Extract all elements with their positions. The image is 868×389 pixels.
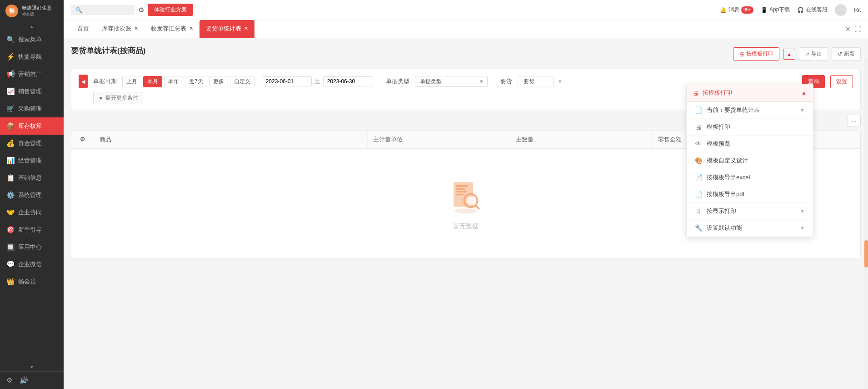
trial-button[interactable]: 体验行业方案 <box>148 4 193 16</box>
order-type-input[interactable]: 要货 <box>518 76 554 87</box>
logo-icon: 畅 <box>5 5 18 17</box>
th-settings[interactable]: ⚙ <box>71 131 94 148</box>
dropdown-template-design[interactable]: 🎨 模板自定义设计 <box>687 152 813 169</box>
headset-icon: 🎧 <box>797 7 804 13</box>
date-btn-last-month[interactable]: 上月 <box>122 76 141 87</box>
expand-conditions-button[interactable]: ▼ 展开更多条件 <box>93 92 143 104</box>
sidebar-item-guide[interactable]: 🎯 新手引导 <box>0 221 64 238</box>
sidebar-item-quick-nav[interactable]: ⚡ 快捷导航 <box>0 48 64 66</box>
window-maximize-icon[interactable]: ⛶ <box>854 25 861 33</box>
tab-order-stats[interactable]: 要货单统计表 ✕ <box>200 20 254 38</box>
sidebar-item-basic[interactable]: 📋 基础信息 <box>0 169 64 187</box>
tab-close-order-stats[interactable]: ✕ <box>244 25 248 31</box>
main-area: 🔍 ⚙ 体验行业方案 🔔 消息 99+ 📱 App下载 🎧 在线客服 Rit <box>64 0 868 389</box>
date-btn-this-year[interactable]: 本年 <box>164 76 183 87</box>
message-button[interactable]: 🔔 消息 99+ <box>720 6 753 14</box>
date-btn-custom[interactable]: 自定义 <box>230 76 254 87</box>
sidebar-item-operations[interactable]: 📊 经营管理 <box>0 152 64 169</box>
filter-collapse-icon[interactable]: ◀ <box>79 75 88 88</box>
date-btn-this-month[interactable]: 本月 <box>143 76 162 87</box>
scrollbar-track <box>864 58 868 389</box>
app-download-link[interactable]: 📱 App下载 <box>761 6 790 14</box>
dropdown-template-pdf[interactable]: 📄 按模板导出pdf <box>687 186 813 203</box>
print-dropdown-overlay: 🖨 按模板打印 ▲ 📄 当前：要货单统计表 ▼ 🖨 模板打印 👁 模板预览 🎨 <box>686 84 813 237</box>
export-icon: ↗ <box>805 51 809 57</box>
search-icon: 🔍 <box>75 7 82 13</box>
scroll-up-arrow[interactable]: ▲ <box>0 22 64 31</box>
printer-icon: 🖨 <box>739 51 744 57</box>
topbar: 🔍 ⚙ 体验行业方案 🔔 消息 99+ 📱 App下载 🎧 在线客服 Rit <box>64 0 868 20</box>
date-end-input[interactable] <box>323 76 373 86</box>
svg-rect-4 <box>456 191 467 192</box>
printer-header-icon: 🖨 <box>693 90 699 96</box>
sidebar-item-inventory[interactable]: 📦 库存核算 <box>0 117 64 135</box>
sidebar-item-search[interactable]: 🔍 搜索菜单 <box>0 31 64 48</box>
type-select[interactable]: 单据类型 要货单 <box>415 76 488 87</box>
sidebar-item-apps[interactable]: 🔲 应用中心 <box>0 238 64 256</box>
sidebar-item-collab[interactable]: 🤝 企业协同 <box>0 204 64 221</box>
date-shortcuts: 上月 本月 本年 近7天 更多 自定义 <box>122 76 254 87</box>
tab-close-batch[interactable]: ✕ <box>134 25 138 31</box>
search-icon: 🔍 <box>6 35 15 44</box>
sidebar-item-member[interactable]: 👑 畅会员 <box>0 273 64 290</box>
chevron-down-icon: ▼ <box>98 95 104 101</box>
settings-button[interactable]: 设置 <box>830 75 853 88</box>
more-options-button[interactable]: ··· <box>848 115 861 127</box>
date-start-input[interactable] <box>262 76 312 86</box>
lightning-icon: ⚡ <box>6 53 15 61</box>
topbar-search-box[interactable]: 🔍 <box>71 5 135 15</box>
tab-receipt-summary[interactable]: 收发存汇总表 ✕ <box>145 20 200 38</box>
refresh-icon: ↺ <box>838 51 842 57</box>
dropdown-display-print[interactable]: 🖥 按显示打印 ▼ <box>687 203 813 220</box>
online-service-link[interactable]: 🎧 在线客服 <box>797 6 828 14</box>
download-icon: 📱 <box>761 7 768 13</box>
tab-batch-account[interactable]: 库存批次账 ✕ <box>95 20 145 38</box>
avatar[interactable] <box>835 4 847 16</box>
date-btn-more[interactable]: 更多 <box>209 76 228 87</box>
megaphone-icon: 📢 <box>6 70 15 78</box>
cart-icon: 🛒 <box>6 105 15 113</box>
date-btn-7days[interactable]: 近7天 <box>185 76 207 87</box>
submenu-arrow-icon: ▼ <box>800 208 805 214</box>
dropdown-current-template[interactable]: 📄 当前：要货单统计表 ▼ <box>687 102 813 119</box>
empty-illustration <box>445 176 486 217</box>
th-qty: 主数量 <box>510 131 653 148</box>
sidebar: 畅 畅康通好生意 标准版 ▲ 🔍 搜索菜单 ⚡ 快捷导航 📢 营销推广 📈 销售… <box>0 0 64 389</box>
sound-footer-icon[interactable]: 🔊 <box>20 376 28 384</box>
empty-text: 暂无数据 <box>453 222 479 231</box>
print-dropdown-toggle[interactable]: ▲ <box>783 49 795 60</box>
target-icon: 🎯 <box>6 226 15 234</box>
pdf-icon: 📄 <box>695 191 702 198</box>
svg-rect-2 <box>456 185 468 187</box>
order-select-icon: ▼ <box>558 79 563 84</box>
clipboard-icon: 📋 <box>6 174 15 182</box>
sidebar-nav: 🔍 搜索菜单 ⚡ 快捷导航 📢 营销推广 📈 销售管理 🛒 采购管理 📦 库存核… <box>0 31 64 363</box>
svg-point-0 <box>454 208 477 213</box>
tab-home[interactable]: 首页 <box>71 20 95 38</box>
dropdown-template-excel[interactable]: 📄 按模板导出excel <box>687 169 813 186</box>
refresh-button[interactable]: ↺ 刷新 <box>832 47 861 61</box>
topbar-gear-icon[interactable]: ⚙ <box>138 6 144 14</box>
dropdown-template-print[interactable]: 🖨 模板打印 <box>687 119 813 136</box>
scroll-down-arrow[interactable]: ▼ <box>0 363 64 371</box>
sidebar-item-purchase[interactable]: 🛒 采购管理 <box>0 100 64 117</box>
export-button[interactable]: ↗ 导出 <box>799 47 828 61</box>
sidebar-item-marketing[interactable]: 📢 营销推广 <box>0 66 64 83</box>
sidebar-item-sales[interactable]: 📈 销售管理 <box>0 83 64 100</box>
submenu-arrow-icon-2: ▼ <box>800 225 805 231</box>
grid-icon: 🔲 <box>6 243 15 251</box>
window-close-icon[interactable]: ✕ <box>845 25 851 33</box>
sidebar-item-system[interactable]: ⚙️ 系统管理 <box>0 187 64 204</box>
th-unit: 主计量单位 <box>368 131 510 148</box>
settings-footer-icon[interactable]: ⚙ <box>6 376 12 384</box>
scrollbar-thumb[interactable] <box>864 240 868 268</box>
sidebar-item-wechat[interactable]: 💬 企业微信 <box>0 256 64 273</box>
tab-close-receipt[interactable]: ✕ <box>189 25 193 31</box>
print-template-button[interactable]: 🖨 按模板打印 <box>733 47 779 61</box>
document-icon: 📄 <box>695 106 702 114</box>
dropdown-header[interactable]: 🖨 按模板打印 ▲ <box>687 84 813 102</box>
dropdown-close-arrow[interactable]: ▲ <box>801 90 807 96</box>
dropdown-default-func[interactable]: 🔧 设置默认功能 ▼ <box>687 220 813 237</box>
dropdown-template-preview[interactable]: 👁 模板预览 <box>687 136 813 152</box>
sidebar-item-finance[interactable]: 💰 资金管理 <box>0 135 64 152</box>
